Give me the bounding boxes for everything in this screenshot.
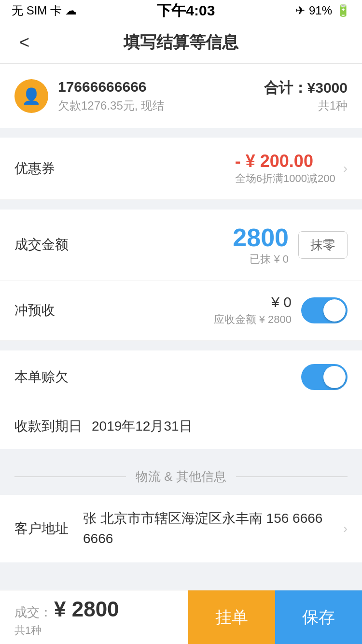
prepay-amount: ¥ 0: [271, 294, 292, 310]
prepay-toggle[interactable]: [301, 297, 348, 323]
save-button[interactable]: 保存: [275, 590, 362, 644]
prepay-right: ¥ 0 应收金额 ¥ 2800: [214, 294, 348, 327]
section-divider-3: [0, 449, 362, 459]
bottom-amount: ¥ 2800: [54, 597, 119, 621]
address-label: 客户地址: [14, 519, 69, 538]
bottom-deal-label: 成交：: [14, 604, 52, 621]
bottom-deal-wrap: 成交： ¥ 2800: [14, 597, 174, 621]
customer-info: 17666666666 欠款1276.35元, 现结: [58, 79, 164, 113]
coupon-detail: 全场6折满1000减200: [235, 171, 335, 186]
avatar-icon: 👤: [22, 87, 41, 105]
deal-amount-row: 成交金额 2800 已抹 ¥ 0 抹零: [0, 210, 362, 280]
customer-left: 👤 17666666666 欠款1276.35元, 现结: [14, 79, 164, 113]
battery-label: 91%: [309, 4, 332, 17]
debit-row: 本单赊欠: [0, 350, 362, 404]
deal-amount-right: 2800 已抹 ¥ 0 抹零: [233, 223, 348, 266]
coupon-row[interactable]: 优惠券 - ¥ 200.00 全场6折满1000减200 ›: [0, 138, 362, 200]
due-date-label: 收款到期日: [14, 417, 82, 435]
debit-toggle[interactable]: [301, 364, 348, 390]
status-right: ✈ 91% 🔋: [295, 4, 350, 17]
coupon-value-wrap: - ¥ 200.00 全场6折满1000减200: [235, 151, 335, 186]
hang-order-button[interactable]: 挂单: [188, 590, 275, 644]
logistics-header: 物流 & 其他信息: [0, 459, 362, 495]
total-count: 共1种: [264, 98, 348, 113]
location-icon: ✈: [295, 4, 305, 17]
address-chevron-icon: ›: [343, 521, 348, 536]
prepay-values: ¥ 0 应收金额 ¥ 2800: [214, 294, 292, 327]
debit-label: 本单赊欠: [14, 368, 69, 386]
coupon-value: - ¥ 200.00: [235, 151, 335, 171]
prepay-label: 冲预收: [14, 301, 55, 320]
section-divider-2: [0, 341, 362, 350]
back-button[interactable]: <: [14, 28, 34, 57]
prepay-sub: 应收金额 ¥ 2800: [214, 312, 292, 327]
coupon-right: - ¥ 200.00 全场6折满1000减200 ›: [235, 151, 348, 186]
total-amount: 合计：¥3000: [264, 78, 348, 98]
prepay-row: 冲预收 ¥ 0 应收金额 ¥ 2800: [0, 280, 362, 341]
battery-icon: 🔋: [336, 4, 350, 17]
due-date-row: 收款到期日 2019年12月31日: [0, 404, 362, 449]
nav-bar: < 填写结算等信息: [0, 21, 362, 64]
due-date-value: 2019年12月31日: [92, 417, 193, 435]
status-bar: 无 SIM 卡 ☁ 下午4:03 ✈ 91% 🔋: [0, 0, 362, 21]
deal-amount-wrap: 2800 已抹 ¥ 0: [233, 223, 289, 266]
bottom-bar: 成交： ¥ 2800 共1种 挂单 保存: [0, 590, 362, 644]
customer-phone: 17666666666: [58, 79, 164, 95]
address-row[interactable]: 客户地址 张 北京市市辖区海淀区永丰南 156 6666 6666 ›: [0, 495, 362, 562]
sim-label: 无 SIM 卡 ☁: [12, 3, 77, 18]
chevron-right-icon: ›: [343, 161, 348, 176]
coupon-label: 优惠券: [14, 159, 55, 178]
bottom-info: 成交： ¥ 2800 共1种: [0, 597, 188, 638]
avatar: 👤: [14, 79, 48, 113]
status-time: 下午4:03: [157, 1, 215, 21]
deal-amount-label: 成交金额: [14, 236, 69, 254]
section-divider-1: [0, 200, 362, 210]
logistics-line-right: [236, 476, 348, 477]
customer-row: 👤 17666666666 欠款1276.35元, 现结 合计：¥3000 共1…: [0, 64, 362, 128]
deal-amount-sub: 已抹 ¥ 0: [250, 252, 289, 266]
customer-right: 合计：¥3000 共1种: [264, 78, 348, 113]
content-area: 👤 17666666666 欠款1276.35元, 现结 合计：¥3000 共1…: [0, 64, 362, 644]
customer-sub-text: 欠款1276.35元, 现结: [58, 98, 164, 113]
round-zero-button[interactable]: 抹零: [298, 231, 348, 259]
bottom-count: 共1种: [14, 623, 174, 638]
deal-amount-value: 2800: [233, 223, 289, 252]
status-left: 无 SIM 卡 ☁: [12, 3, 77, 18]
logistics-line-left: [14, 476, 126, 477]
page-title: 填写结算等信息: [124, 31, 238, 54]
address-value: 张 北京市市辖区海淀区永丰南 156 6666 6666: [83, 508, 343, 549]
logistics-title: 物流 & 其他信息: [136, 468, 226, 485]
